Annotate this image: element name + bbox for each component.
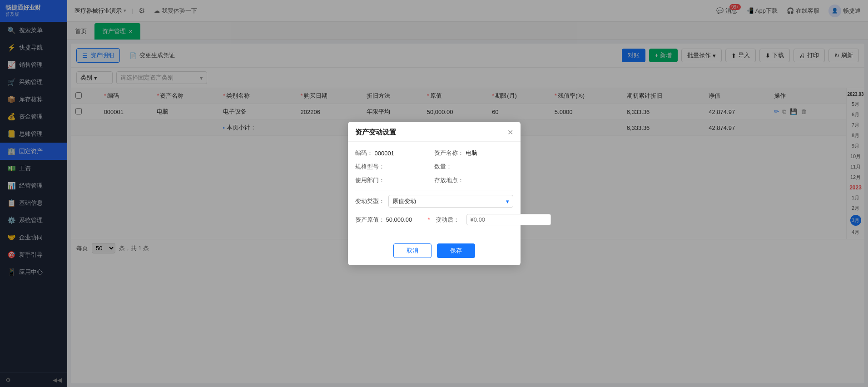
modal-header: 资产变动设置 ✕ (348, 122, 521, 142)
modal-original-value: 50,000.00 (386, 216, 422, 223)
modal-code-value: 000001 (375, 150, 394, 157)
chevron-down-icon: ▾ (506, 198, 509, 205)
modal-spec-cell: 规格型号： (355, 163, 434, 171)
modal-after-label: 变动后： (436, 216, 463, 224)
modal-info-row-1: 编码： 000001 资产名称： 电脑 (355, 149, 513, 157)
save-button[interactable]: 保存 (437, 243, 475, 258)
modal-change-type-value: 原值变动 (392, 197, 416, 205)
modal-info-row-3: 使用部门： 存放地点： (355, 176, 513, 184)
modal-overlay: 资产变动设置 ✕ 编码： 000001 资产名称： 电脑 规格型号： (0, 0, 868, 387)
modal-code-cell: 编码： 000001 (355, 149, 434, 157)
modal-name-label: 资产名称： (434, 149, 464, 157)
modal-value-row: 资产原值： 50,000.00 * 变动后： (355, 214, 513, 225)
modal-info-row-2: 规格型号： 数量： (355, 163, 513, 171)
modal-name-cell: 资产名称： 电脑 (434, 149, 513, 157)
modal-original-value-label: 资产原值： (355, 216, 382, 224)
modal-dept-cell: 使用部门： (355, 176, 434, 184)
modal-change-type-row: 变动类型： 原值变动 ▾ (355, 195, 513, 208)
modal-change-type-select[interactable]: 原值变动 ▾ (388, 195, 513, 208)
modal-name-value: 电脑 (466, 149, 477, 157)
modal-divider (355, 190, 513, 190)
modal-storage-label: 存放地点： (434, 176, 464, 184)
modal-close-button[interactable]: ✕ (507, 128, 513, 137)
modal-quantity-cell: 数量： (434, 163, 513, 171)
modal-quantity-label: 数量： (434, 163, 452, 171)
modal-title: 资产变动设置 (355, 128, 396, 137)
modal-dept-label: 使用部门： (355, 176, 385, 184)
modal-footer: 取消 保存 (348, 239, 521, 265)
modal-change-type-label: 变动类型： (355, 197, 385, 205)
modal-after-input[interactable] (466, 214, 551, 225)
modal-storage-cell: 存放地点： (434, 176, 513, 184)
asset-change-modal: 资产变动设置 ✕ 编码： 000001 资产名称： 电脑 规格型号： (348, 122, 521, 265)
modal-spec-label: 规格型号： (355, 163, 385, 171)
modal-code-label: 编码： (355, 149, 373, 157)
req-star: * (428, 216, 430, 223)
cancel-button[interactable]: 取消 (393, 243, 432, 258)
modal-body: 编码： 000001 资产名称： 电脑 规格型号： 数量： (348, 142, 521, 239)
